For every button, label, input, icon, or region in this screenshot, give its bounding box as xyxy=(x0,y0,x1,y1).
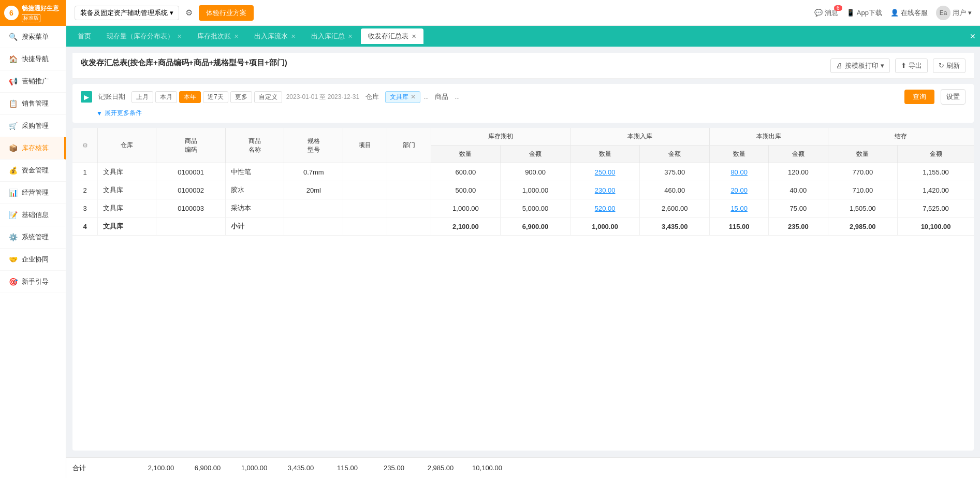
cell-spec: 0.7mm xyxy=(284,163,343,181)
tab-close-icon[interactable]: ✕ xyxy=(412,33,416,40)
date-btn-this-year[interactable]: 本年 xyxy=(179,91,201,103)
th-open-amt: 金额 xyxy=(501,146,571,163)
th-closing-group: 结存 xyxy=(828,128,974,146)
footer-close-amt-val: 10,100.00 xyxy=(464,462,510,474)
warehouse-tag[interactable]: 文具库 ✕ xyxy=(385,91,420,103)
cell-close-amt: 10,100.00 xyxy=(898,218,974,236)
tab-batch[interactable]: 库存批次账✕ xyxy=(190,28,246,44)
user-menu[interactable]: Ea 用户 ▾ xyxy=(936,6,972,20)
tab-close-icon[interactable]: ✕ xyxy=(234,33,239,40)
sidebar-item-purchase[interactable]: 🛒采购管理 xyxy=(0,115,66,137)
close-all-tabs-icon[interactable]: ✕ xyxy=(970,32,976,40)
quick-nav-icon: 🏠 xyxy=(8,55,18,63)
table-row: 3 文具库 0100003 采访本 1,000.00 5,000.00 520.… xyxy=(72,199,974,218)
filter-row-1: ▶ 记账日期 上月 本月 本年 近7天 更多 自定义 2023-01-01 至 … xyxy=(81,89,966,105)
print-icon: 🖨 xyxy=(836,62,843,69)
cell-name: 胶水 xyxy=(226,181,284,199)
th-warehouse: 仓库 xyxy=(98,128,156,163)
goods-more-btn[interactable]: ... xyxy=(455,93,460,100)
sidebar-item-basic-info[interactable]: 📝基础信息 xyxy=(0,204,66,226)
th-dept: 部门 xyxy=(387,128,431,163)
filter-bar: ▶ 记账日期 上月 本月 本年 近7天 更多 自定义 2023-01-01 至 … xyxy=(72,84,974,123)
sidebar-logo: 6 畅捷通好生意 标准版 xyxy=(0,0,66,26)
out-qty-link[interactable]: 15.00 xyxy=(730,205,748,212)
date-btn-last-month[interactable]: 上月 xyxy=(131,91,153,103)
expand-conditions-btn[interactable]: ▼ 展开更多条件 xyxy=(96,109,142,118)
out-qty-link[interactable]: 20.00 xyxy=(730,186,748,194)
tab-label: 现存量（库存分布表） xyxy=(107,32,174,41)
date-filter-label: 记账日期 xyxy=(98,92,125,102)
date-btn-this-month[interactable]: 本月 xyxy=(155,91,177,103)
gear-icon[interactable]: ⚙ xyxy=(185,8,193,18)
tab-stock-dist[interactable]: 现存量（库存分布表）✕ xyxy=(99,28,189,44)
cell-close-amt: 7,525.00 xyxy=(898,199,974,218)
warehouse-filter: 文具库 ✕ ... xyxy=(385,91,429,103)
sidebar-item-label: 营销推广 xyxy=(22,77,49,86)
sidebar-item-marketing[interactable]: 📢营销推广 xyxy=(0,70,66,93)
sidebar-item-sales[interactable]: 📋销售管理 xyxy=(0,93,66,115)
warehouse-more-btn[interactable]: ... xyxy=(423,93,429,100)
footer-open-qty-val: 2,100.00 xyxy=(138,462,184,474)
tab-collect-summary[interactable]: 收发存汇总表✕ xyxy=(361,28,423,44)
trial-button[interactable]: 体验行业方案 xyxy=(199,5,254,21)
column-settings-icon[interactable]: ⚙ xyxy=(78,138,92,153)
cell-close-amt: 1,420.00 xyxy=(898,181,974,199)
export-button[interactable]: ⬆ 导出 xyxy=(895,59,928,73)
online-service-item[interactable]: 👤 在线客服 xyxy=(890,8,928,18)
app-download-item[interactable]: 📱 App下载 xyxy=(846,8,882,18)
sidebar-item-label: 企业协同 xyxy=(22,255,49,264)
cell-in-amt: 460.00 xyxy=(640,181,710,199)
tab-flow[interactable]: 出入库流水✕ xyxy=(247,28,303,44)
sidebar-item-guide[interactable]: 🎯新手引导 xyxy=(0,271,66,293)
tabs-container: 首页现存量（库存分布表）✕库存批次账✕出入库流水✕出入库汇总✕收发存汇总表✕ xyxy=(70,28,969,44)
cell-name: 小计 xyxy=(226,218,284,236)
main-area: 装备及固定资产辅助管理系统 ▾ ⚙ 体验行业方案 💬 消息 6 📱 App下载 … xyxy=(66,0,980,478)
enterprise-icon: 🤝 xyxy=(8,255,18,264)
date-btn-more[interactable]: 更多 xyxy=(230,91,252,103)
in-qty-link[interactable]: 250.00 xyxy=(595,168,616,176)
th-out-amt: 金额 xyxy=(769,146,828,163)
tab-close-icon[interactable]: ✕ xyxy=(177,33,182,40)
system-selector[interactable]: 装备及固定资产辅助管理系统 ▾ xyxy=(75,6,179,20)
out-qty-link[interactable]: 80.00 xyxy=(730,168,748,176)
cell-open-qty: 500.00 xyxy=(431,181,501,199)
cell-close-qty: 1,505.00 xyxy=(828,199,898,218)
sidebar-item-label: 采购管理 xyxy=(22,121,49,131)
query-button[interactable]: 查询 xyxy=(904,90,934,104)
cell-code xyxy=(156,218,226,236)
sidebar-item-system[interactable]: ⚙️系统管理 xyxy=(0,226,66,249)
settings-button[interactable]: 设置 xyxy=(941,89,966,105)
sidebar-item-operations[interactable]: 📊经营管理 xyxy=(0,182,66,204)
cell-name: 中性笔 xyxy=(226,163,284,181)
date-btn-custom[interactable]: 自定义 xyxy=(254,91,282,103)
topbar-actions: 💬 消息 6 📱 App下载 👤 在线客服 Ea 用户 ▾ xyxy=(814,6,972,20)
cell-index: 1 xyxy=(72,163,98,181)
cell-in-qty: 250.00 xyxy=(570,163,640,181)
system-icon: ⚙️ xyxy=(8,233,18,241)
cell-out-qty: 80.00 xyxy=(710,163,769,181)
tab-home[interactable]: 首页 xyxy=(70,28,98,44)
in-qty-link[interactable]: 520.00 xyxy=(595,205,616,212)
warehouse-tag-close-icon[interactable]: ✕ xyxy=(411,93,416,100)
sidebar-item-enterprise[interactable]: 🤝企业协同 xyxy=(0,249,66,271)
notification-item[interactable]: 💬 消息 6 xyxy=(814,8,838,18)
filter-collapse-btn[interactable]: ▶ xyxy=(81,91,92,103)
date-btn-7days[interactable]: 近7天 xyxy=(203,91,228,103)
logo-icon: 6 xyxy=(4,6,19,20)
sidebar-item-finance[interactable]: 💰资金管理 xyxy=(0,160,66,182)
sidebar-item-search[interactable]: 🔍搜索菜单 xyxy=(0,26,66,48)
th-project: 项目 xyxy=(343,128,387,163)
sidebar-item-quick-nav[interactable]: 🏠快捷导航 xyxy=(0,48,66,70)
cell-out-amt: 235.00 xyxy=(769,218,828,236)
in-qty-link[interactable]: 230.00 xyxy=(595,186,616,194)
cell-open-amt: 1,000.00 xyxy=(501,181,571,199)
refresh-button[interactable]: ↻ 刷新 xyxy=(933,59,966,73)
tab-close-icon[interactable]: ✕ xyxy=(291,33,296,40)
footer-out-qty-val: 115.00 xyxy=(324,462,371,474)
print-button[interactable]: 🖨 按模板打印 ▾ xyxy=(830,59,890,73)
sidebar-item-inventory[interactable]: 📦库存核算 xyxy=(0,137,66,160)
sidebar-item-label: 搜索菜单 xyxy=(22,32,49,41)
tab-close-icon[interactable]: ✕ xyxy=(348,33,353,40)
tab-summary[interactable]: 出入库汇总✕ xyxy=(304,28,360,44)
th-opening-group: 库存期初 xyxy=(431,128,570,146)
